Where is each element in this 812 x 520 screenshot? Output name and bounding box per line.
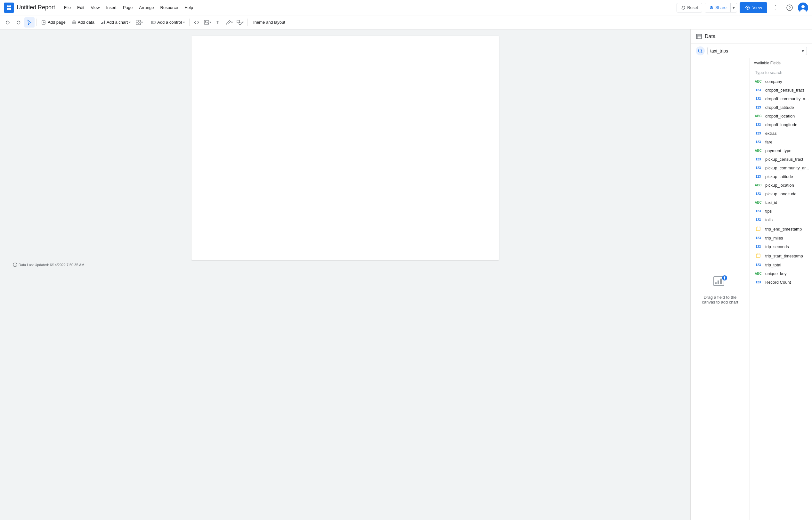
panel-drag-area: Drag a field to the canvas to add chart — [691, 58, 750, 520]
menu-file[interactable]: File — [61, 4, 73, 11]
menu-page[interactable]: Page — [121, 4, 135, 11]
field-name: dropoff_location — [765, 114, 795, 119]
menu-bar: File Edit View Insert Page Arrange Resou… — [61, 4, 195, 11]
text-button[interactable]: T — [213, 17, 224, 28]
theme-layout-button[interactable]: Theme and layout — [250, 19, 288, 26]
field-item[interactable]: 123fare — [750, 138, 812, 146]
field-type-badge: 123 — [754, 123, 763, 127]
share-button[interactable]: Share — [705, 3, 730, 12]
menu-help[interactable]: Help — [182, 4, 195, 11]
add-control-icon — [151, 20, 156, 25]
field-item[interactable]: 123trip_miles — [750, 234, 812, 242]
field-item[interactable]: 123dropoff_longitude — [750, 121, 812, 129]
app-logo — [4, 3, 14, 13]
menu-arrange[interactable]: Arrange — [136, 4, 156, 11]
field-name: pickup_location — [765, 183, 794, 188]
info-icon — [13, 263, 17, 267]
avatar-icon — [798, 3, 808, 13]
code-button[interactable] — [191, 17, 202, 28]
svg-point-27 — [239, 22, 241, 25]
svg-rect-15 — [101, 23, 102, 24]
shapes-button[interactable]: ▾ — [235, 17, 245, 28]
add-data-button[interactable]: Add data — [69, 19, 97, 26]
view-button[interactable]: View — [740, 2, 767, 13]
field-item[interactable]: 123tolls — [750, 215, 812, 224]
image-dropdown-arrow: ▾ — [209, 21, 211, 24]
field-item[interactable]: ABCtaxi_id — [750, 198, 812, 207]
field-name: trip_miles — [765, 236, 783, 240]
data-panel-icon — [696, 33, 702, 40]
svg-rect-19 — [139, 20, 140, 22]
field-name: taxi_id — [765, 200, 778, 205]
field-name: trip_start_timestamp — [765, 254, 803, 258]
field-type-badge: 123 — [754, 88, 763, 92]
report-canvas[interactable] — [191, 36, 499, 260]
field-item[interactable]: 123dropoff_census_tract — [750, 86, 812, 95]
svg-rect-38 — [756, 227, 760, 231]
component-button[interactable]: ▾ — [134, 17, 144, 28]
search-datasource-icon — [698, 48, 703, 53]
share-dropdown-button[interactable] — [730, 3, 737, 12]
help-button[interactable]: ? — [784, 2, 795, 14]
svg-rect-24 — [204, 21, 209, 24]
field-item[interactable]: trip_end_timestamp — [750, 224, 812, 234]
redo-button[interactable] — [14, 17, 24, 28]
field-item[interactable]: 123trip_seconds — [750, 242, 812, 251]
field-item[interactable]: ABCunique_key — [750, 269, 812, 278]
field-type-badge: 123 — [754, 131, 763, 135]
menu-insert[interactable]: Insert — [103, 4, 119, 11]
fields-list: ABCcompany123dropoff_census_tract123drop… — [750, 77, 812, 520]
fields-header: Available Fields — [750, 58, 812, 68]
field-type-badge — [754, 226, 763, 232]
add-control-button[interactable]: Add a control ▾ — [148, 19, 187, 26]
panel-fields: Available Fields ABCcompany123dropoff_ce… — [750, 58, 812, 520]
drag-hint-text: Drag a field to the canvas to add chart — [697, 295, 743, 305]
field-item[interactable]: 123Record Count — [750, 278, 812, 287]
field-item[interactable]: 123pickup_census_tract — [750, 155, 812, 164]
menu-resource[interactable]: Resource — [158, 4, 181, 11]
image-button[interactable]: ▾ — [202, 17, 213, 28]
field-item[interactable]: 123dropoff_latitude — [750, 103, 812, 112]
undo-button[interactable] — [3, 17, 13, 28]
field-item[interactable]: trip_start_timestamp — [750, 251, 812, 261]
main-area: Data Last Updated: 6/14/2022 7:50:35 AM … — [0, 29, 812, 520]
menu-edit[interactable]: Edit — [75, 4, 87, 11]
svg-rect-35 — [720, 279, 722, 284]
svg-point-7 — [747, 7, 748, 8]
field-item[interactable]: ABCpickup_location — [750, 181, 812, 189]
field-type-badge: ABC — [754, 79, 763, 84]
add-chart-dropdown-arrow: ▾ — [129, 21, 131, 24]
field-type-badge: 123 — [754, 263, 763, 267]
field-item[interactable]: 123tips — [750, 207, 812, 215]
datasource-dropdown[interactable]: taxi_trips — [707, 47, 807, 55]
field-item[interactable]: 123pickup_latitude — [750, 172, 812, 181]
component-dropdown-arrow: ▾ — [141, 21, 143, 24]
search-input[interactable] — [755, 70, 809, 75]
svg-text:?: ? — [789, 6, 791, 10]
svg-rect-17 — [104, 21, 105, 24]
field-item[interactable]: ABCdropoff_location — [750, 112, 812, 121]
add-chart-button[interactable]: Add a chart ▾ — [98, 19, 133, 26]
field-type-badge: 123 — [754, 236, 763, 240]
add-page-button[interactable]: Add page — [39, 19, 68, 26]
menu-view[interactable]: View — [88, 4, 102, 11]
field-item[interactable]: 123pickup_longitude — [750, 189, 812, 198]
add-chart-icon — [100, 20, 105, 25]
field-type-badge: 123 — [754, 209, 763, 213]
field-item[interactable]: 123extras — [750, 129, 812, 138]
draw-button[interactable]: ▾ — [224, 17, 234, 28]
control-dropdown-arrow: ▾ — [183, 21, 185, 24]
shapes-icon — [236, 20, 242, 25]
field-item[interactable]: 123dropoff_community_a... — [750, 95, 812, 103]
app-title: Untitled Report — [17, 4, 55, 11]
field-item[interactable]: ABCpayment_type — [750, 146, 812, 155]
avatar[interactable] — [798, 3, 808, 13]
select-tool-button[interactable] — [24, 17, 34, 28]
toolbar-separator-2 — [146, 19, 146, 26]
reset-button[interactable]: Reset — [677, 3, 702, 12]
field-item[interactable]: 123trip_total — [750, 261, 812, 269]
field-item[interactable]: 123pickup_community_ar... — [750, 164, 812, 172]
field-item[interactable]: ABCcompany — [750, 77, 812, 86]
more-options-button[interactable]: ⋮ — [770, 2, 781, 14]
share-group: Share — [705, 3, 737, 12]
